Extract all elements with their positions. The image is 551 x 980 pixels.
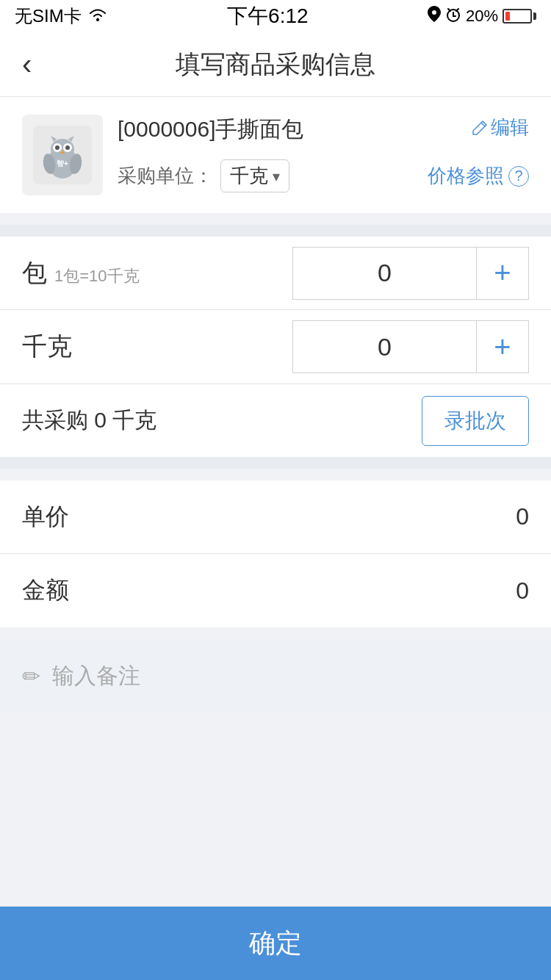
location-icon: [428, 6, 441, 26]
amount-value: 0: [516, 577, 529, 605]
kg-input-group: 0 +: [110, 320, 529, 373]
amount-row: 金额 0: [0, 554, 551, 627]
dropdown-arrow: ▾: [273, 167, 280, 185]
product-info: [0000006]手撕面包 编辑 采购单位： 千克 ▾: [118, 115, 529, 192]
unit-price-row: 单价 0: [0, 480, 551, 554]
bao-quantity-display[interactable]: 0: [292, 247, 476, 300]
bao-sub-label: 1包=10千克: [54, 265, 140, 287]
kg-label-group: 千克: [22, 330, 110, 364]
bao-plus-button[interactable]: +: [476, 247, 529, 300]
svg-point-0: [96, 18, 99, 21]
price-section: 单价 0 金额 0: [0, 480, 551, 627]
kg-plus-button[interactable]: +: [476, 320, 529, 373]
kg-label: 千克: [22, 330, 72, 364]
confirm-button[interactable]: 确定: [0, 907, 551, 980]
nav-bar: ‹ 填写商品采购信息: [0, 32, 551, 97]
kg-input-row: 千克 0 +: [0, 310, 551, 383]
status-bar: 无SIM卡 下午6:12 20%: [0, 0, 551, 32]
remark-section[interactable]: ✏ 输入备注: [0, 639, 551, 713]
wifi-icon: [87, 6, 108, 26]
bao-label-group: 包 1包=10千克: [22, 256, 140, 290]
input-section: 包 1包=10千克 0 + 千克 0 +: [0, 237, 551, 383]
product-card: 智+ [0000006]手撕面包 编辑 采购单位： 千克: [0, 97, 551, 213]
unit-price-label: 单价: [22, 501, 69, 533]
network-label: 无SIM卡: [15, 4, 82, 28]
back-button[interactable]: ‹: [15, 40, 39, 88]
status-time: 下午6:12: [227, 2, 309, 30]
section-divider-2: [0, 457, 551, 469]
battery-indicator: [503, 9, 536, 24]
kg-quantity-display[interactable]: 0: [292, 320, 476, 373]
total-text: 共采购 0 千克: [22, 406, 156, 436]
unit-row: 采购单位： 千克 ▾ 价格参照 ?: [118, 159, 529, 192]
batch-button[interactable]: 录批次: [422, 396, 529, 446]
total-section: 共采购 0 千克 录批次: [0, 383, 551, 457]
svg-text:智+: 智+: [56, 159, 68, 167]
price-ref-button[interactable]: 价格参照 ?: [428, 163, 529, 189]
unit-price-value: 0: [516, 503, 529, 530]
status-left: 无SIM卡: [15, 4, 108, 28]
remark-placeholder: 输入备注: [52, 661, 140, 691]
page-title: 填写商品采购信息: [176, 48, 375, 82]
main-content: 智+ [0000006]手撕面包 编辑 采购单位： 千克: [0, 97, 551, 801]
product-name-row: [0000006]手撕面包 编辑: [118, 115, 529, 145]
help-icon: ?: [508, 166, 529, 187]
product-thumbnail: 智+: [22, 115, 103, 195]
bao-input-group: 0 +: [140, 247, 529, 300]
product-name: [0000006]手撕面包: [118, 115, 303, 145]
alarm-icon: [445, 6, 461, 26]
bao-input-row: 包 1包=10千克 0 +: [0, 237, 551, 310]
status-right: 20%: [428, 6, 536, 26]
edit-button[interactable]: 编辑: [472, 115, 529, 140]
edit-icon: [472, 120, 488, 136]
bao-label: 包: [22, 256, 47, 290]
battery-label: 20%: [466, 7, 498, 26]
svg-point-10: [65, 145, 70, 150]
pencil-icon: ✏: [22, 663, 40, 689]
unit-dropdown[interactable]: 千克 ▾: [220, 159, 289, 192]
unit-label: 采购单位：: [118, 163, 213, 189]
section-divider-1: [0, 225, 551, 237]
product-image: 智+: [33, 126, 92, 184]
amount-label: 金额: [22, 574, 69, 607]
svg-point-9: [55, 145, 60, 150]
